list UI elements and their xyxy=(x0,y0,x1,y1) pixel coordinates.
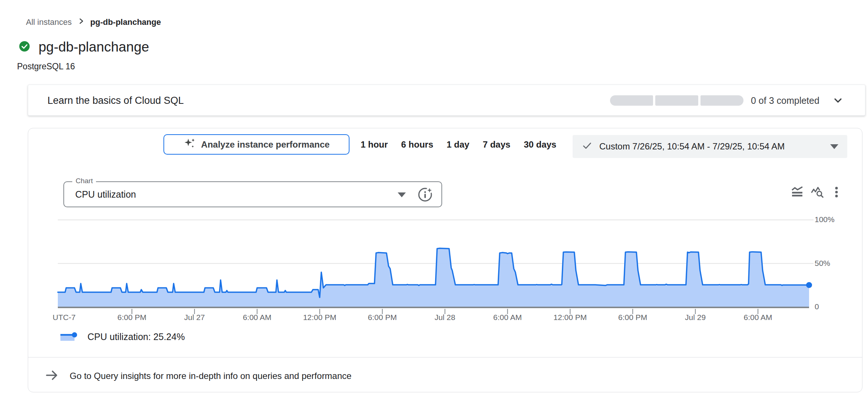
x-axis-tick-label: 6:00 PM xyxy=(106,313,158,322)
progress-label: 0 of 3 completed xyxy=(751,85,819,116)
breadcrumb-current: pg-db-planchange xyxy=(90,17,161,27)
legend-series-swatch-icon xyxy=(60,330,78,344)
x-axis-tick-label: 6:00 PM xyxy=(607,313,659,322)
y-axis-tick-label: 50% xyxy=(815,259,848,268)
progress-segment xyxy=(700,95,743,106)
x-axis-tick-label: 12:00 PM xyxy=(544,313,596,322)
progress-segment xyxy=(610,95,653,106)
cloud-sql-instance-page: All instances pg-db-planchange pg-db-pla… xyxy=(0,0,868,399)
x-axis-tick-label: Jul 29 xyxy=(669,313,721,322)
card-divider xyxy=(28,357,862,357)
y-axis-tick-label: 100% xyxy=(815,215,848,224)
x-axis-tick-label: 12:00 PM xyxy=(294,313,346,322)
legend-item-cpu-utilization[interactable]: CPU utilization: 25.24% xyxy=(60,330,185,344)
breadcrumb: All instances pg-db-planchange xyxy=(26,17,161,27)
timezone-label: UTC-7 xyxy=(53,313,76,322)
expand-learn-card-button[interactable] xyxy=(832,95,844,108)
y-axis-tick-label: 0 xyxy=(815,302,848,311)
chevron-right-icon xyxy=(77,17,85,27)
database-version-label: PostgreSQL 16 xyxy=(17,62,75,72)
breadcrumb-all-instances[interactable]: All instances xyxy=(26,17,72,27)
x-axis-tick-label: 6:00 PM xyxy=(357,313,408,322)
x-axis-tick-label: 6:00 AM xyxy=(231,313,283,322)
x-axis-tick-label: Jul 28 xyxy=(419,313,471,322)
x-axis-tick-label: Jul 27 xyxy=(169,313,221,322)
query-insights-link[interactable]: Go to Query insights for more in-depth i… xyxy=(44,364,351,388)
query-insights-link-text: Go to Query insights for more in-depth i… xyxy=(70,371,351,381)
progress-segment xyxy=(655,95,698,106)
learn-basics-card: Learn the basics of Cloud SQL 0 of 3 com… xyxy=(28,85,865,116)
cpu-utilization-chart[interactable] xyxy=(28,128,863,358)
instance-header: pg-db-planchange xyxy=(19,39,149,55)
x-axis-tick-label: 6:00 AM xyxy=(732,313,784,322)
x-axis-tick-label: 6:00 AM xyxy=(481,313,533,322)
status-check-circle-icon xyxy=(19,40,30,54)
progress-bar xyxy=(610,95,743,106)
learn-basics-title: Learn the basics of Cloud SQL xyxy=(47,85,184,116)
legend-label: CPU utilization: 25.24% xyxy=(87,332,185,342)
arrow-right-icon xyxy=(44,368,59,384)
monitoring-card: Analyze instance performance 1 hour 6 ho… xyxy=(28,128,862,392)
page-title: pg-db-planchange xyxy=(39,39,149,55)
